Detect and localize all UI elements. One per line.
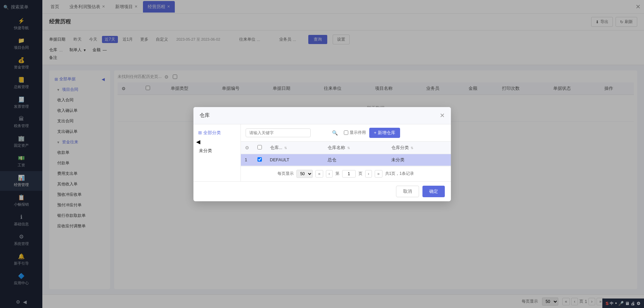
add-warehouse-label: + 新增仓库 bbox=[374, 130, 395, 136]
modal-header-checkbox[interactable] bbox=[257, 145, 262, 149]
modal-prev-page[interactable]: ‹ bbox=[326, 170, 333, 178]
all-categories-label: 全部分类 bbox=[203, 130, 221, 136]
th-name: 仓库名称 ⇅ bbox=[324, 142, 387, 154]
add-warehouse-btn[interactable]: + 新增仓库 bbox=[369, 128, 400, 138]
th-settings: ⚙ bbox=[241, 142, 253, 154]
row-category-1: 未分类 bbox=[387, 154, 451, 166]
modal-cancel-btn[interactable]: 取消 bbox=[396, 186, 419, 197]
th-category-label: 仓库分类 bbox=[391, 145, 409, 150]
status-settings-icon[interactable]: ⚙ bbox=[637, 301, 641, 306]
modal-last-page[interactable]: » bbox=[375, 170, 382, 178]
modal-all-categories[interactable]: ⊞ 全部分类 bbox=[193, 127, 241, 139]
modal-right-panel: 🔍 显示停用 + 新增仓库 bbox=[241, 124, 451, 181]
show-disabled-checkbox[interactable] bbox=[344, 130, 348, 135]
row-code-value: DEFAULT bbox=[270, 157, 290, 162]
modal-confirm-btn[interactable]: 确定 bbox=[422, 186, 445, 197]
left-collapse-btn[interactable]: ◀ bbox=[196, 139, 202, 145]
sort-code-arrows: ⇅ bbox=[284, 146, 287, 150]
row-category-value: 未分类 bbox=[391, 157, 404, 162]
search-wrapper: 🔍 bbox=[246, 128, 340, 137]
warehouse-modal: 仓库 ✕ ⊞ 全部分类 ◀ 未分类 bbox=[193, 107, 451, 201]
th-name-label: 仓库名称 bbox=[328, 145, 345, 150]
status-print-icon[interactable]: 🖨 bbox=[631, 301, 635, 306]
row-name-1: 总仓 bbox=[324, 154, 387, 166]
row-checkbox-1 bbox=[253, 154, 266, 166]
modal-page-unit-prefix: 第 bbox=[335, 171, 339, 177]
status-monitor-icon[interactable]: 🖥 bbox=[625, 301, 629, 306]
status-brand: S bbox=[606, 301, 609, 306]
modal-per-page-select[interactable]: 50 bbox=[296, 170, 313, 178]
modal-page-input[interactable] bbox=[342, 170, 356, 178]
modal-header: 仓库 ✕ bbox=[193, 107, 451, 124]
uncategorized-label: 未分类 bbox=[199, 148, 212, 153]
modal-footer: 取消 确定 bbox=[193, 181, 451, 201]
row-number: 1 bbox=[245, 157, 247, 162]
modal-toolbar: 🔍 显示停用 + 新增仓库 bbox=[241, 124, 451, 142]
modal-title: 仓库 bbox=[200, 112, 210, 119]
modal-pagination: 每页显示 50 « ‹ 第 页 › » 共1页，1条记录 bbox=[241, 166, 451, 181]
modal-body: ⊞ 全部分类 ◀ 未分类 🔍 显示停用 bbox=[193, 124, 451, 181]
col-setting-icon[interactable]: ⚙ bbox=[245, 145, 249, 150]
modal-next-page[interactable]: › bbox=[365, 170, 372, 178]
row-name-value: 总仓 bbox=[328, 157, 336, 162]
warehouse-table: ⚙ 仓库... ⇅ 仓库名称 bbox=[241, 142, 451, 166]
modal-table-container: ⚙ 仓库... ⇅ 仓库名称 bbox=[241, 142, 451, 166]
modal-first-page[interactable]: « bbox=[315, 170, 323, 178]
row-1-checkbox[interactable] bbox=[257, 157, 262, 162]
modal-total: 共1页，1条记录 bbox=[385, 171, 414, 177]
modal-per-page-label: 每页显示 bbox=[277, 171, 294, 177]
modal-search-input[interactable] bbox=[246, 128, 311, 137]
th-code: 仓库... ⇅ bbox=[266, 142, 324, 154]
show-disabled-text: 显示停用 bbox=[350, 130, 366, 136]
search-icon-modal: 🔍 bbox=[332, 130, 338, 136]
warehouse-row-1[interactable]: 1 DEFAULT 总仓 bbox=[241, 154, 451, 166]
row-code-1: DEFAULT bbox=[266, 154, 324, 166]
modal-page-unit: 页 bbox=[358, 171, 362, 177]
th-checkbox bbox=[253, 142, 266, 154]
modal-close-btn[interactable]: ✕ bbox=[440, 112, 445, 119]
status-mic-icon[interactable]: 🎤 bbox=[618, 301, 624, 306]
status-dot: • bbox=[615, 300, 617, 306]
th-code-label: 仓库... bbox=[270, 145, 283, 150]
sort-category-arrows: ⇅ bbox=[411, 146, 413, 150]
sort-name-arrows: ⇅ bbox=[347, 146, 350, 150]
modal-left-panel: ⊞ 全部分类 ◀ 未分类 bbox=[193, 124, 241, 181]
row-num-1: 1 bbox=[241, 154, 253, 166]
status-text: 中 bbox=[610, 301, 614, 306]
th-category: 仓库分类 ⇅ bbox=[387, 142, 451, 154]
uncategorized-item[interactable]: 未分类 bbox=[193, 145, 241, 157]
warehouse-header-row: ⚙ 仓库... ⇅ 仓库名称 bbox=[241, 142, 451, 154]
grid-icon-modal: ⊞ bbox=[198, 130, 202, 135]
modal-overlay: 仓库 ✕ ⊞ 全部分类 ◀ 未分类 bbox=[0, 0, 644, 308]
show-disabled-label[interactable]: 显示停用 bbox=[344, 130, 366, 136]
status-bar: S 中 • 🎤 🖥 🖨 ⚙ bbox=[602, 299, 644, 308]
